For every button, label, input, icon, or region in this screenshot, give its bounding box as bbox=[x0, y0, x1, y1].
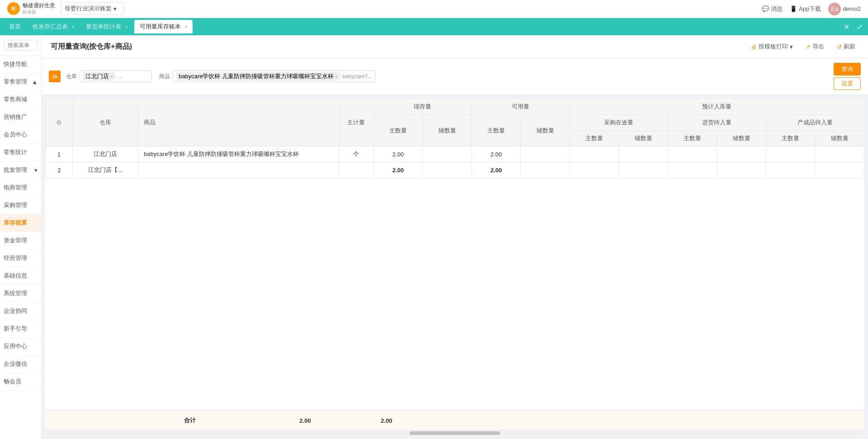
sidebar-search-input[interactable] bbox=[4, 40, 38, 51]
th-current-stock-group: 现存量 bbox=[373, 99, 472, 115]
tab-receive-send-close[interactable]: × bbox=[71, 24, 74, 29]
product-tag-box[interactable]: babycare学饮杯 儿童防摔防撞吸管杯重力球吸嘴杯宝宝水杯 × babyca… bbox=[173, 71, 375, 82]
refresh-btn[interactable]: ↺ 刷新 bbox=[833, 41, 859, 52]
gear-icon[interactable]: ⚙ bbox=[56, 119, 62, 126]
sidebar-group-wholesale[interactable]: 批发管理 ▾ bbox=[0, 161, 41, 179]
sidebar-item-app-center[interactable]: 应用中心 bbox=[0, 338, 41, 355]
cell-available-main: 2.00 bbox=[472, 162, 521, 178]
expand-icon-wholesale: ▾ bbox=[34, 167, 38, 174]
product-more[interactable]: babycare?... bbox=[342, 73, 372, 80]
print-btn[interactable]: 🖨 按模板打印 ▾ bbox=[747, 41, 797, 52]
sidebar-item-ecom-label: 电商管理 bbox=[4, 184, 27, 192]
logo-area: 好 畅捷通好生意 标准版 bbox=[7, 2, 55, 15]
logo-icon: 好 bbox=[7, 2, 20, 15]
top-bar-right: 💬 消息 📱 App下载 Ea demo2 bbox=[762, 3, 861, 15]
sidebar-item-basic-label: 基础信息 bbox=[4, 272, 27, 280]
th-unit: 主计量 bbox=[339, 99, 373, 146]
table-spacer bbox=[45, 178, 864, 410]
sidebar-item-basic[interactable]: 基础信息 bbox=[0, 267, 41, 285]
user-area[interactable]: Ea demo2 bbox=[828, 3, 861, 15]
settings-btn[interactable]: 设置 bbox=[834, 77, 861, 90]
sidebar: 快捷导航 零售管理 ▲ 零售商城 营销推广 会员中心 零售统计 批发管理 ▾ 电… bbox=[0, 35, 42, 439]
message-label: 消息 bbox=[771, 5, 783, 13]
warehouse-label: 仓库 bbox=[66, 73, 77, 80]
sidebar-item-retail-stat[interactable]: 零售统计 bbox=[0, 144, 41, 161]
industry-selector[interactable]: 母婴行业演示账套 ▾ bbox=[61, 2, 124, 15]
cell-incoming-aux bbox=[717, 162, 766, 178]
sidebar-item-vip[interactable]: 畅会员 bbox=[0, 373, 41, 391]
horizontal-scrollbar[interactable] bbox=[45, 430, 864, 435]
cell-seq: 1 bbox=[46, 146, 73, 162]
scrollbar-thumb[interactable] bbox=[410, 431, 500, 435]
sidebar-item-new-guide[interactable]: 新手引导 bbox=[0, 320, 41, 338]
page-header: 可用量查询(按仓库+商品) 🖨 按模板打印 ▾ ↗ 导出 ↺ 刷新 bbox=[42, 35, 868, 58]
table-area: ⚙ 仓库 商品 主计量 现存量 可用量 预计入库量 主数量 辅数量 主数量 辅数… bbox=[45, 99, 864, 435]
logo-text: 畅捷通好生意 bbox=[23, 2, 55, 9]
sidebar-item-purchase[interactable]: 采购管理 bbox=[0, 197, 41, 214]
footer-current-main: 2.00 bbox=[285, 415, 326, 427]
app-download-btn[interactable]: 📱 App下载 bbox=[790, 5, 821, 13]
sidebar-item-ecom[interactable]: 电商管理 bbox=[0, 179, 41, 197]
cell-current-aux bbox=[423, 146, 472, 162]
top-bar-left: 好 畅捷通好生意 标准版 母婴行业演示账套 ▾ bbox=[7, 2, 124, 15]
product-tag-1-remove[interactable]: × bbox=[335, 74, 338, 79]
print-label: 按模板打印 bbox=[759, 42, 788, 51]
footer-label: 合计 bbox=[122, 414, 258, 427]
tab-receive-send[interactable]: 收发存汇总表 × bbox=[27, 20, 80, 33]
tab-close-all-btn[interactable]: ✕ bbox=[842, 21, 851, 33]
tab-bar-right: ✕ ⤢ bbox=[842, 21, 864, 33]
tab-available-stock-close[interactable]: × bbox=[184, 24, 187, 29]
tab-order-stat[interactable]: 要货单统计表 × bbox=[80, 20, 133, 33]
sidebar-item-finance-label: 资金管理 bbox=[4, 236, 27, 245]
sidebar-item-marketing[interactable]: 营销推广 bbox=[0, 109, 41, 126]
sidebar-item-quick-nav[interactable]: 快捷导航 bbox=[0, 56, 41, 73]
sidebar-item-enterprise-label: 企业协同 bbox=[4, 307, 27, 315]
tab-bar: 首页 收发存汇总表 × 要货单统计表 × 可用量库存账本 × ✕ ⤢ bbox=[0, 18, 868, 35]
query-btn[interactable]: 查询 bbox=[834, 63, 861, 76]
cell-current-main: 2.00 bbox=[373, 162, 423, 178]
sidebar-item-finance[interactable]: 资金管理 bbox=[0, 232, 41, 250]
sidebar-item-stock-check-label: 库存核算 bbox=[4, 219, 27, 227]
cell-warehouse: 江北门店【... bbox=[73, 162, 138, 178]
tab-maximize-btn[interactable]: ⤢ bbox=[855, 21, 864, 33]
cell-product bbox=[138, 162, 339, 178]
tab-home-label: 首页 bbox=[9, 23, 21, 31]
sidebar-item-ops[interactable]: 经营管理 bbox=[0, 250, 41, 267]
sidebar-item-stock-check[interactable]: 库存核算 bbox=[0, 214, 41, 232]
sidebar-item-retail-store[interactable]: 零售商城 bbox=[0, 91, 41, 109]
warehouse-tag-box[interactable]: 江北门店 × … bbox=[80, 71, 152, 82]
message-btn[interactable]: 💬 消息 bbox=[762, 5, 783, 13]
sidebar-item-enterprise-wx[interactable]: 企业微信 bbox=[0, 355, 41, 373]
sidebar-item-enterprise[interactable]: 企业协同 bbox=[0, 302, 41, 320]
table-row: 2 江北门店【... 2.00 2.00 bbox=[46, 162, 864, 178]
data-table: ⚙ 仓库 商品 主计量 现存量 可用量 预计入库量 主数量 辅数量 主数量 辅数… bbox=[45, 99, 864, 178]
sidebar-item-sys[interactable]: 系统管理 bbox=[0, 285, 41, 302]
sidebar-item-new-guide-label: 新手引导 bbox=[4, 325, 27, 333]
filter-toggle-btn[interactable]: ≫ bbox=[49, 71, 61, 82]
th-forecast-in-group: 预计入库量 bbox=[570, 99, 864, 115]
sidebar-group-retail-label: 零售管理 bbox=[4, 78, 27, 86]
warehouse-tag-1: 江北门店 × bbox=[83, 72, 116, 81]
message-icon: 💬 bbox=[762, 5, 769, 12]
cell-incoming-main bbox=[668, 162, 717, 178]
export-btn[interactable]: ↗ 导出 bbox=[802, 41, 828, 52]
th-purchase-aux: 辅数量 bbox=[619, 131, 668, 146]
warehouse-filter: 仓库 江北门店 × … bbox=[66, 71, 152, 82]
tab-available-stock[interactable]: 可用量库存账本 × bbox=[134, 20, 193, 33]
tab-order-stat-close[interactable]: × bbox=[125, 24, 127, 29]
app-icon: 📱 bbox=[790, 5, 797, 12]
th-seq: ⚙ bbox=[46, 99, 73, 146]
cell-purchase-main bbox=[570, 162, 619, 178]
warehouse-tag-1-remove[interactable]: × bbox=[110, 74, 113, 79]
warehouse-more[interactable]: … bbox=[118, 73, 123, 80]
th-product-pending-group: 产成品待入量 bbox=[766, 115, 864, 131]
tab-home[interactable]: 首页 bbox=[4, 20, 26, 33]
footer-current-aux bbox=[326, 418, 366, 423]
cell-available-aux bbox=[521, 162, 570, 178]
sidebar-group-retail[interactable]: 零售管理 ▲ bbox=[0, 73, 41, 91]
footer-available-aux bbox=[407, 418, 448, 423]
th-available-main: 主数量 bbox=[472, 115, 521, 146]
cell-current-aux bbox=[423, 162, 472, 178]
sidebar-item-member[interactable]: 会员中心 bbox=[0, 126, 41, 144]
th-current-main: 主数量 bbox=[373, 115, 423, 146]
